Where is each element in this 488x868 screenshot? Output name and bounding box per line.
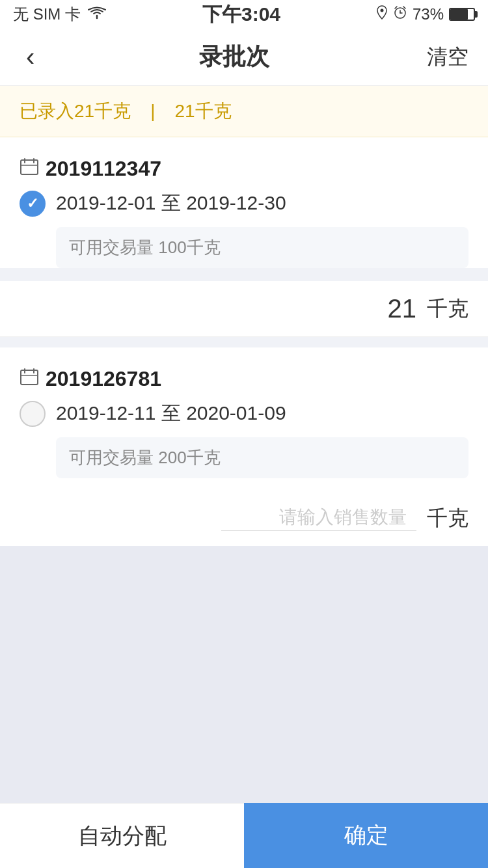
batch-1-available: 可用交易量 100千克 <box>56 227 468 268</box>
svg-rect-10 <box>21 370 38 385</box>
batch-2-inner: 2019126781 2019-12-11 至 2020-01-09 可用交易量… <box>0 347 488 478</box>
status-time: 下午3:04 <box>202 1 280 28</box>
section-divider-1 <box>0 337 488 347</box>
empty-area <box>0 546 488 819</box>
batch-1-header: 2019112347 <box>20 157 468 181</box>
batch-2-date-row[interactable]: 2019-12-11 至 2020-01-09 <box>20 400 468 427</box>
batch-2-header: 2019126781 <box>20 367 468 391</box>
wifi-icon <box>87 5 107 23</box>
summary-divider: | <box>150 101 155 122</box>
batch-2-radio[interactable] <box>20 401 46 427</box>
status-bar: 无 SIM 卡 下午3:04 73 <box>0 0 488 29</box>
batch-2-qty-row: 千克 <box>0 491 488 546</box>
batch-1-date: 2019-12-01 至 2019-12-30 <box>56 190 286 217</box>
batch-1-qty-value: 21 <box>388 294 417 323</box>
batch-card-1: 2019112347 2019-12-01 至 2019-12-30 可用交易量… <box>0 137 488 268</box>
batch-1-date-row[interactable]: 2019-12-01 至 2019-12-30 <box>20 190 468 217</box>
sim-label: 无 SIM 卡 <box>13 4 81 25</box>
recorded-label: 已录入21千克 <box>20 99 131 124</box>
total-label: 21千克 <box>174 99 231 124</box>
confirm-label: 确定 <box>344 821 388 850</box>
location-icon <box>376 5 388 23</box>
svg-rect-6 <box>21 160 38 174</box>
battery-icon <box>449 5 475 23</box>
batch-2-qty-input[interactable] <box>221 507 416 531</box>
confirm-button[interactable]: 确定 <box>244 803 488 868</box>
batch-1-qty-row: 21 千克 <box>0 281 488 337</box>
page-title: 录批次 <box>199 41 269 73</box>
clear-button[interactable]: 清空 <box>427 43 468 72</box>
batch-2-unit: 千克 <box>427 504 468 533</box>
status-right: 73% <box>376 5 475 23</box>
back-button[interactable]: ‹ <box>20 36 41 78</box>
batch-2-date: 2019-12-11 至 2020-01-09 <box>56 400 286 427</box>
batch-1-unit: 千克 <box>427 295 468 323</box>
svg-point-0 <box>380 9 383 12</box>
batch-2-id: 2019126781 <box>46 367 161 391</box>
nav-bar: ‹ 录批次 清空 <box>0 29 488 86</box>
battery-percent: 73% <box>413 5 444 23</box>
batch-2-icon <box>20 368 39 390</box>
batch-2-available: 可用交易量 200千克 <box>56 437 468 478</box>
batch-card-2: 2019126781 2019-12-11 至 2020-01-09 可用交易量… <box>0 347 488 546</box>
summary-bar: 已录入21千克 | 21千克 <box>0 86 488 137</box>
batch-1-id: 2019112347 <box>46 157 161 181</box>
status-left: 无 SIM 卡 <box>13 4 107 25</box>
batch-1-icon <box>20 157 39 180</box>
auto-distribute-button[interactable]: 自动分配 <box>0 803 244 868</box>
alarm-icon <box>393 5 407 23</box>
auto-distribute-label: 自动分配 <box>78 821 167 851</box>
svg-line-4 <box>395 7 397 8</box>
svg-line-5 <box>403 7 405 8</box>
batch-1-radio[interactable] <box>20 191 46 217</box>
bottom-bar: 自动分配 确定 <box>0 803 488 868</box>
